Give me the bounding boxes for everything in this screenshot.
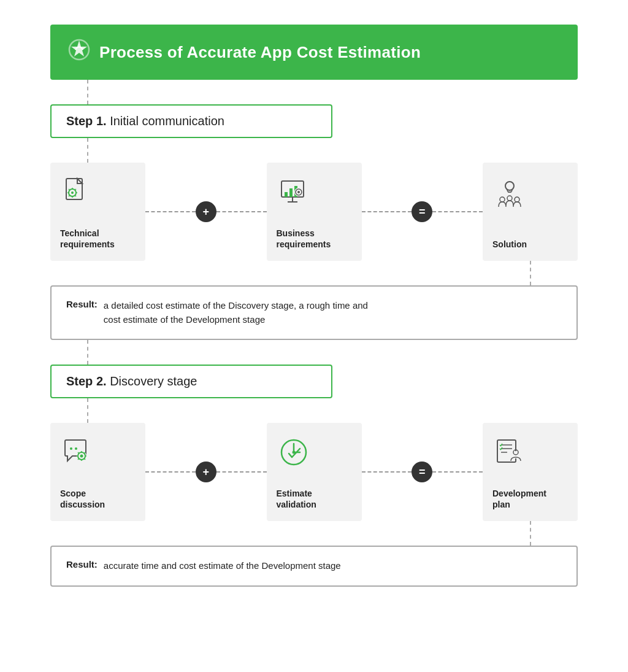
- svg-point-15: [500, 197, 505, 202]
- connector-equals-1: =: [362, 211, 483, 212]
- banner-icon: [67, 38, 91, 66]
- chart-presentation-icon: [277, 175, 311, 209]
- card-development-plan-label: Developmentplan: [492, 488, 546, 510]
- dashed-line: [362, 211, 412, 212]
- svg-rect-7: [285, 192, 288, 197]
- dashed-line: [216, 211, 267, 212]
- result-label-2: Result:: [66, 559, 98, 573]
- card-business-requirements-label: Businessrequirements: [277, 228, 331, 250]
- v-connector-2: [87, 138, 88, 163]
- svg-point-13: [505, 182, 514, 190]
- card-estimate-validation-label: Estimatevalidation: [277, 488, 316, 510]
- svg-point-3: [71, 191, 74, 194]
- card-technical-requirements-label: Technicalrequirements: [60, 228, 115, 250]
- result-text-2: accurate time and cost estimate of the D…: [104, 559, 341, 573]
- cards-row-1: Technicalrequirements +: [50, 163, 578, 261]
- cards-row-2: Scopediscussion + Estimatevalidation: [50, 423, 578, 521]
- v-connector-6: [530, 521, 531, 546]
- card-technical-requirements: Technicalrequirements: [50, 163, 145, 261]
- result-box-1: Result: a detailed cost estimate of the …: [50, 285, 578, 340]
- svg-rect-27: [497, 440, 516, 462]
- result-text-1: a detailed cost estimate of the Discover…: [104, 299, 368, 326]
- dashed-line: [432, 471, 483, 473]
- dashed-line: [145, 471, 196, 473]
- header-banner: Process of Accurate App Cost Estimation: [50, 25, 578, 80]
- card-solution: Solution: [483, 163, 578, 261]
- card-solution-label: Solution: [492, 239, 527, 250]
- result-content-1: Result: a detailed cost estimate of the …: [66, 299, 562, 326]
- card-scope-discussion-label: Scopediscussion: [60, 488, 105, 510]
- result-box-2: Result: accurate time and cost estimate …: [50, 546, 578, 587]
- equals-circle-1: =: [412, 201, 432, 222]
- dashed-line: [216, 471, 267, 473]
- banner-title: Process of Accurate App Cost Estimation: [99, 43, 421, 62]
- v-connector-5: [87, 398, 88, 423]
- equals-circle-2: =: [412, 462, 432, 482]
- v-connector-4: [87, 340, 88, 365]
- dashed-line: [362, 471, 412, 473]
- card-estimate-validation: Estimatevalidation: [267, 423, 362, 521]
- result-content-2: Result: accurate time and cost estimate …: [66, 559, 562, 573]
- chat-gear-icon: [60, 435, 94, 469]
- step2-label: Step 2. Discovery stage: [66, 374, 197, 388]
- result-label-1: Result:: [66, 299, 98, 326]
- plus-circle-1: +: [196, 201, 216, 222]
- step1-label: Step 1. Initial communication: [66, 114, 224, 128]
- file-gear-icon: [60, 175, 94, 209]
- card-business-requirements: Businessrequirements: [267, 163, 362, 261]
- connector-equals-2: =: [362, 471, 483, 473]
- svg-point-16: [507, 196, 512, 201]
- dashed-line: [145, 211, 196, 212]
- card-development-plan: Developmentplan: [483, 423, 578, 521]
- team-idea-icon: [492, 175, 527, 209]
- svg-point-12: [297, 191, 300, 193]
- dashed-line: [432, 211, 483, 212]
- card-scope-discussion: Scopediscussion: [50, 423, 145, 521]
- list-person-icon: [492, 435, 527, 469]
- v-connector-3: [530, 261, 531, 285]
- step2-box: Step 2. Discovery stage: [50, 365, 332, 398]
- svg-point-19: [75, 447, 77, 450]
- plus-circle-2: +: [196, 462, 216, 482]
- main-container: Process of Accurate App Cost Estimation …: [50, 25, 578, 587]
- step1-box: Step 1. Initial communication: [50, 104, 332, 138]
- svg-point-18: [70, 447, 72, 450]
- svg-point-17: [515, 197, 519, 202]
- svg-rect-8: [289, 188, 293, 197]
- clock-check-icon: [277, 435, 311, 469]
- svg-point-22: [80, 455, 83, 458]
- connector-plus-1: +: [145, 211, 267, 212]
- v-connector-1: [87, 80, 88, 104]
- connector-plus-2: +: [145, 471, 267, 473]
